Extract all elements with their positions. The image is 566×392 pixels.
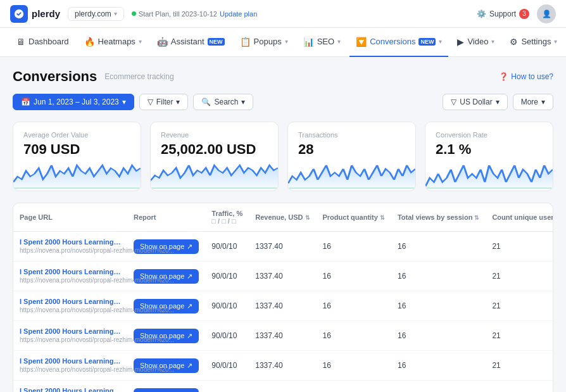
show-on-page-button-5[interactable]: Show on page ↗ (134, 388, 199, 393)
external-link-icon-3: ↗ (187, 332, 192, 340)
page-url-link-4[interactable]: I Spent 2000 Hours Learning How To Learn… (20, 357, 121, 365)
settings-chevron-icon: ▾ (554, 38, 557, 45)
nav-label-video: Video (467, 37, 488, 46)
cell-page-url-0: I Spent 2000 Hours Learning How To Learn… (13, 232, 127, 262)
video-chevron-icon: ▾ (491, 38, 494, 45)
main-navigation: 🖥 Dashboard 🔥 Heatmaps ▾ 🤖 Assistant NEW… (0, 28, 566, 57)
metric-card-1: Revenue 25,002.00 USD (150, 122, 279, 191)
revenue-sort-icon[interactable]: ⇅ (305, 215, 310, 221)
support-button[interactable]: ⚙️ Support 3 (477, 9, 529, 19)
domain-label: plerdy.com (75, 9, 111, 18)
search-chevron-icon: ▾ (241, 98, 245, 106)
page-url-link-0[interactable]: I Spent 2000 Hours Learning How To Learn… (20, 238, 121, 246)
card-value-1: 25,002.00 USD (161, 141, 268, 158)
update-plan-link[interactable]: Update plan (220, 10, 257, 18)
how-to-use-link[interactable]: ❓ How to use? (499, 72, 553, 81)
avatar[interactable]: 👤 (537, 4, 556, 23)
cell-traffic-0: 90/0/10 (205, 232, 249, 262)
card-value-2: 28 (298, 141, 405, 158)
conversions-new-badge: NEW (418, 38, 436, 46)
cell-total-views-0: 16 (391, 232, 486, 262)
currency-selector[interactable]: ▽ US Dollar ▾ (443, 94, 507, 110)
nav-label-seo: SEO (317, 37, 334, 46)
date-chevron-icon: ▾ (122, 98, 126, 106)
page-url-link-5[interactable]: I Spent 2000 Hours Learning How To Learn… (20, 387, 121, 392)
page-subtitle: Ecommerce tracking (104, 72, 173, 81)
currency-chevron-icon: ▾ (496, 98, 500, 106)
product-qty-sort-icon[interactable]: ⇅ (380, 215, 385, 221)
th-report: Report (127, 203, 205, 232)
dashboard-icon: 🖥 (16, 37, 25, 47)
cell-product-qty-3: 16 (317, 321, 391, 351)
cell-page-url-2: I Spent 2000 Hours Learning How To Learn… (13, 291, 127, 321)
card-label-3: Conversion Rate (436, 131, 543, 139)
external-link-icon-2: ↗ (187, 302, 192, 310)
table-row: I Spent 2000 Hours Learning How To Learn… (13, 381, 553, 393)
card-label-0: Average Order Value (23, 131, 130, 139)
external-link-icon-1: ↗ (187, 272, 192, 281)
th-traffic: Traffic, % □ / □ / □ (205, 203, 249, 232)
cell-count-unique-5: 21 (486, 381, 553, 393)
assistant-icon: 🤖 (157, 37, 168, 47)
metric-card-0: Average Order Value 709 USD (13, 122, 141, 191)
th-revenue: Revenue, USD ⇅ (249, 203, 316, 232)
nav-label-conversions: Conversions (370, 37, 415, 46)
metric-card-2: Transactions 28 (287, 122, 416, 191)
page-url-link-3[interactable]: I Spent 2000 Hours Learning How To Learn… (20, 327, 121, 335)
card-chart-0 (13, 160, 141, 191)
traffic-icons: □ / □ / □ (211, 217, 242, 225)
more-label: More (521, 98, 538, 106)
conversions-chevron-icon: ▾ (439, 38, 442, 45)
cell-revenue-2: 1337.40 (249, 291, 316, 321)
filter-label: Filter (156, 98, 173, 106)
cell-revenue-1: 1337.40 (249, 262, 316, 291)
page-header: Conversions Ecommerce tracking ❓ How to … (13, 68, 553, 85)
nav-item-heatmaps[interactable]: 🔥 Heatmaps ▾ (78, 28, 148, 57)
card-chart-3 (425, 160, 553, 191)
more-chevron-icon: ▾ (541, 98, 545, 106)
filters-right: ▽ US Dollar ▾ More ▾ (443, 94, 553, 110)
search-button[interactable]: 🔍 Search ▾ (193, 94, 253, 110)
cell-report-0: Show on page ↗ (127, 232, 205, 262)
page-title: Conversions (13, 68, 97, 85)
cell-total-views-1: 16 (391, 262, 486, 291)
seo-chevron-icon: ▾ (337, 38, 341, 45)
support-label: Support (489, 9, 516, 18)
nav-label-settings: Settings (521, 37, 551, 46)
table-row: I Spent 2000 Hours Learning How To Learn… (13, 291, 553, 321)
total-views-sort-icon[interactable]: ⇅ (474, 215, 479, 221)
nav-item-settings[interactable]: ⚙ Settings ▾ (503, 28, 563, 57)
cell-report-2: Show on page ↗ (127, 291, 205, 321)
date-filter-button[interactable]: 📅 Jun 1, 2023 – Jul 3, 2023 ▾ (13, 94, 134, 110)
support-badge: 3 (519, 9, 529, 19)
nav-item-assistant[interactable]: 🤖 Assistant NEW (151, 28, 231, 57)
nav-item-popups[interactable]: 📋 Popups ▾ (234, 28, 294, 57)
nav-label-dashboard: Dashboard (28, 37, 69, 46)
cell-product-qty-5: 16 (317, 381, 391, 393)
metric-cards: Average Order Value 709 USD Revenue 25,0… (13, 122, 553, 191)
search-icon: 🔍 (201, 98, 211, 106)
cell-page-url-1: I Spent 2000 Hours Learning How To Learn… (13, 262, 127, 291)
heatmaps-chevron-icon: ▾ (139, 38, 142, 45)
nav-item-video[interactable]: ▶ Video ▾ (451, 28, 501, 57)
card-chart-2 (288, 160, 415, 191)
domain-selector[interactable]: plerdy.com ▾ (68, 7, 124, 21)
nav-item-dashboard[interactable]: 🖥 Dashboard (10, 28, 75, 57)
table-row: I Spent 2000 Hours Learning How To Learn… (13, 351, 553, 381)
currency-filter-icon: ▽ (451, 98, 456, 106)
nav-item-conversions[interactable]: 🔽 Conversions NEW ▾ (349, 28, 448, 57)
filter-button[interactable]: ▽ Filter ▾ (139, 94, 189, 110)
calendar-icon: 📅 (21, 98, 30, 106)
page-url-link-2[interactable]: I Spent 2000 Hours Learning How To Learn… (20, 298, 121, 305)
cell-page-url-3: I Spent 2000 Hours Learning How To Learn… (13, 321, 127, 351)
popups-icon: 📋 (240, 37, 251, 47)
page-url-link-1[interactable]: I Spent 2000 Hours Learning How To Learn… (20, 268, 121, 275)
more-button[interactable]: More ▾ (513, 94, 553, 110)
card-value-0: 709 USD (23, 141, 130, 158)
card-value-3: 2.1 % (436, 141, 543, 158)
nav-item-seo[interactable]: 📊 SEO ▾ (297, 28, 347, 57)
cell-revenue-3: 1337.40 (249, 321, 316, 351)
nav-label-assistant: Assistant (171, 37, 204, 46)
external-link-icon-0: ↗ (187, 243, 192, 251)
data-table: Page URL Report Traffic, % □ / □ / □ Rev… (13, 203, 553, 392)
